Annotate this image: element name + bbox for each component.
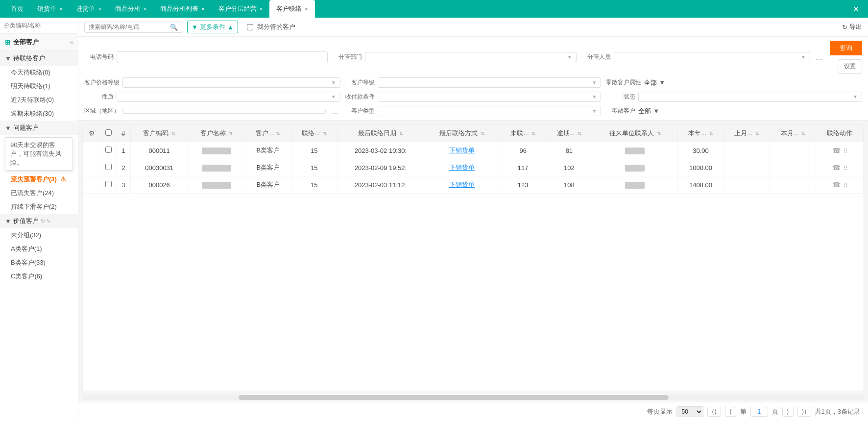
tab-purchase-close[interactable]: × — [98, 6, 101, 12]
price-tier-select[interactable]: ▼ — [122, 77, 340, 88]
row-method-2[interactable]: 下销货单 — [424, 176, 500, 194]
action-more-icon-1[interactable]: ⁝⁝ — [844, 164, 847, 172]
customer-type-select[interactable]: ▼ — [378, 106, 602, 116]
tab-home[interactable]: 首页 — [4, 0, 30, 18]
col-name-header[interactable]: 客户名称 ⇅ — [188, 125, 245, 142]
settings-button[interactable]: 设置 — [838, 59, 862, 74]
prev-page-button[interactable]: ⟨ — [725, 407, 736, 417]
first-page-button[interactable]: ⟨⟨ — [707, 407, 721, 417]
tab-purchase[interactable]: 进货单 × — [69, 0, 108, 18]
col-contacts-header[interactable]: 联络... ⇅ — [291, 125, 337, 142]
zero-customer-chevron: ▼ — [653, 107, 659, 115]
search-button-icon[interactable]: 🔍 — [170, 24, 178, 31]
sidebar-item-class-c[interactable]: C类客户(6) — [0, 270, 78, 283]
tab-customer-contact-close[interactable]: × — [305, 6, 308, 12]
window-close-button[interactable]: ✕ — [848, 4, 864, 14]
tab-sales[interactable]: 销货单 × — [30, 0, 69, 18]
sidebar-item-churn-warning[interactable]: 流失预警客户(3) ⚠ — [0, 173, 78, 186]
sidebar-item-declining[interactable]: 持续下滑客户(2) — [0, 200, 78, 214]
tab-analysis[interactable]: 商品分析 × — [108, 0, 153, 18]
search-input[interactable] — [89, 24, 170, 30]
sidebar-item-class-a[interactable]: A类客户(1) — [0, 242, 78, 256]
status-select[interactable]: ▼ — [638, 92, 862, 102]
sidebar-group-value[interactable]: ▼ 价值客户 ↻ ✎ — [0, 214, 78, 228]
col-this-month-header[interactable]: 本月... ⇅ — [770, 125, 816, 142]
region-select[interactable] — [122, 109, 326, 114]
person-more-icon[interactable]: … — [813, 53, 825, 62]
col-overdue-header[interactable]: 逾期... ⇅ — [546, 125, 592, 142]
tab-sales-close[interactable]: × — [59, 6, 62, 12]
export-button[interactable]: ↻ 导出 — [842, 23, 862, 31]
col-type-header[interactable]: 客户... ⇅ — [245, 125, 291, 142]
person-select[interactable]: ▼ — [614, 52, 810, 62]
row-checkbox-1[interactable] — [101, 159, 116, 176]
sort-not-contacted-icon: ⇅ — [531, 131, 535, 136]
select-all-checkbox[interactable] — [105, 129, 112, 136]
export-icon: ↻ — [842, 24, 847, 31]
sidebar: 🔍 ⊞ 全部客户 « ▼ 待联络客户 今天待联络(0) 明天待联络(1) 近7天… — [0, 18, 78, 421]
sidebar-all-customers[interactable]: ⊞ 全部客户 « — [0, 34, 78, 51]
phone-input[interactable] — [117, 51, 328, 63]
row-date-2: 2023-02-03 11:12: — [337, 176, 424, 194]
scrollbar-thumb[interactable] — [239, 395, 669, 400]
col-checkbox-header[interactable] — [101, 125, 116, 142]
row-method-1[interactable]: 下销货单 — [424, 159, 500, 176]
action-contact-icon-0[interactable]: ☎ — [832, 147, 841, 154]
payment-select[interactable]: ▼ — [378, 92, 602, 102]
col-settings[interactable]: ⚙ — [83, 125, 101, 142]
col-last-month-header[interactable]: 上月... ⇅ — [724, 125, 770, 142]
sidebar-item-ungrouped[interactable]: 未分组(32) — [0, 228, 78, 242]
tab-analysis-close[interactable]: × — [144, 6, 146, 12]
dept-select[interactable]: ▼ — [365, 52, 576, 62]
sidebar-group-problem[interactable]: ▼ 问题客户 — [0, 121, 78, 135]
query-button[interactable]: 查询 — [830, 41, 862, 55]
region-more-icon[interactable]: … — [329, 107, 340, 116]
refresh-icon[interactable]: ↻ — [41, 218, 45, 224]
sidebar-item-class-b[interactable]: B类客户(33) — [0, 256, 78, 270]
row-last-month-0 — [724, 142, 770, 159]
col-last-method-header[interactable]: 最后联络方式 ⇅ — [424, 125, 500, 142]
sidebar-item-overdue-contact[interactable]: 逾期未联络(30) — [0, 107, 78, 121]
row-method-0[interactable]: 下销货单 — [424, 142, 500, 159]
col-not-contacted-header[interactable]: 未联... ⇅ — [500, 125, 546, 142]
action-contact-icon-2[interactable]: ☎ — [832, 181, 841, 189]
zero-attr-select[interactable]: 全部 ▼ — [644, 78, 862, 87]
sidebar-item-churned[interactable]: 已流失客户(24) — [0, 186, 78, 200]
tab-analysis-list-close[interactable]: × — [201, 6, 204, 12]
sidebar-item-today[interactable]: 今天待联络(0) — [0, 66, 78, 79]
tab-customer-tier[interactable]: 客户分层经营 × — [212, 0, 269, 18]
col-settings-icon[interactable]: ⚙ — [89, 129, 95, 137]
my-customers-checkbox[interactable]: 我分管的客户 — [243, 21, 299, 33]
page-number-input[interactable] — [750, 407, 768, 417]
col-last-date-header[interactable]: 最后联络日期 ⇅ — [337, 125, 424, 142]
tab-analysis-list[interactable]: 商品分析列表 × — [153, 0, 211, 18]
more-conditions-button[interactable]: ▼ 更多条件 ▲ — [187, 21, 238, 33]
col-code-header[interactable]: 客户编码 ⇅ — [131, 125, 188, 142]
sidebar-collapse-icon[interactable]: « — [70, 39, 73, 45]
zero-customer-select[interactable]: 全部 ▼ — [638, 107, 862, 116]
action-contact-icon-1[interactable]: ☎ — [832, 164, 841, 172]
customer-tier-select[interactable]: ▼ — [378, 77, 602, 88]
horizontal-scrollbar[interactable] — [82, 395, 864, 400]
sidebar-item-week[interactable]: 近7天待联络(0) — [0, 93, 78, 107]
edit-icon[interactable]: ✎ — [46, 218, 50, 224]
tab-customer-tier-close[interactable]: × — [260, 6, 263, 12]
my-customers-input[interactable] — [247, 24, 253, 30]
col-this-year-header[interactable]: 本年... ⇅ — [677, 125, 723, 142]
row-contacts-2: 15 — [291, 176, 337, 194]
next-page-button[interactable]: ⟩ — [782, 407, 794, 417]
sidebar-search-input[interactable] — [4, 22, 77, 29]
per-page-select[interactable]: 50 100 — [676, 406, 703, 417]
col-unit-contact-header[interactable]: 往来单位联系人 ⇅ — [592, 125, 678, 142]
last-page-button[interactable]: ⟩⟩ — [797, 407, 811, 417]
row-settings-0 — [83, 142, 101, 159]
action-more-icon-2[interactable]: ⁝⁝ — [844, 181, 847, 189]
sidebar-group-pending[interactable]: ▼ 待联络客户 — [0, 51, 78, 66]
sidebar-item-tomorrow[interactable]: 明天待联络(1) — [0, 79, 78, 93]
nature-select[interactable]: ▼ — [117, 92, 340, 102]
row-checkbox-0[interactable] — [101, 142, 116, 159]
filter-nature: 性质 ▼ — [84, 92, 340, 102]
action-more-icon-0[interactable]: ⁝⁝ — [844, 147, 847, 154]
tab-customer-contact[interactable]: 客户联络 × — [269, 0, 314, 18]
row-checkbox-2[interactable] — [101, 176, 116, 194]
